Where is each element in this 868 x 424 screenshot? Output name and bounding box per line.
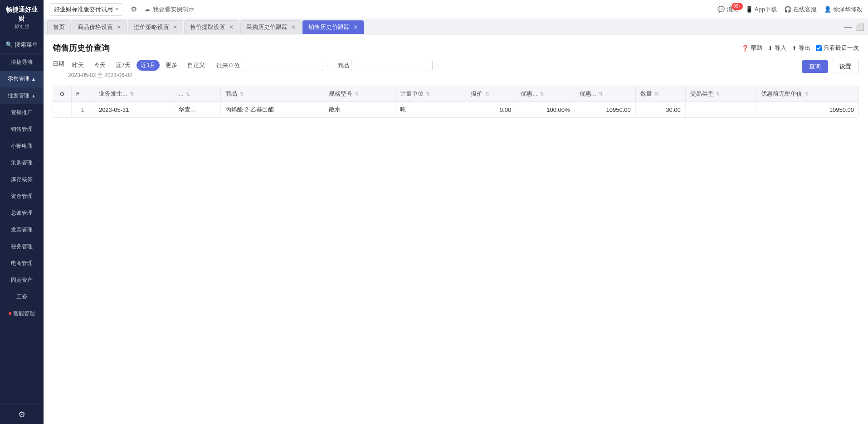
export-button[interactable]: ⬆ 导出 [792, 44, 810, 52]
wholesale-label: 批发管理 [8, 92, 29, 100]
tab-minimize-icon[interactable]: — [844, 23, 852, 31]
sidebar-item-general-ledger[interactable]: 总账管理 [0, 205, 44, 222]
filter-bar: 日期 昨天 今天 近7天 近1月 更多 自定义 2023-05-02 至 202… [53, 60, 859, 79]
tab-sales-history[interactable]: 销售历史价跟踪 ✕ [302, 20, 364, 34]
user-menu-button[interactable]: 👤 徐泽华修改 [824, 5, 863, 14]
product-more-btn[interactable]: ··· [434, 62, 439, 69]
tab-price-extract-close[interactable]: ✕ [229, 24, 234, 30]
import-button[interactable]: ⬇ 导入 [768, 44, 786, 52]
tab-price-extract[interactable]: 售价提取设置 ✕ [184, 20, 239, 34]
message-badge: 99+ [731, 3, 743, 10]
tab-product-price[interactable]: 商品价格设置 ✕ [72, 20, 127, 34]
sidebar-item-ecommerce[interactable]: 电商管理 [0, 255, 44, 272]
product-filter-label: 商品 [337, 62, 349, 70]
query-button[interactable]: 查询 [802, 60, 828, 73]
tab-sales-history-close[interactable]: ✕ [353, 24, 358, 30]
tab-purchase-history[interactable]: 采购历史价跟踪 ✕ [240, 20, 302, 34]
col-pretax-price[interactable]: 优惠前无税单价 ⇅ [756, 86, 858, 102]
tab-purchase-strategy-close[interactable]: ✕ [173, 24, 177, 30]
col-quote[interactable]: 报价 ⇅ [466, 86, 516, 102]
help-button[interactable]: ❓ 帮助 [741, 44, 762, 52]
cell-discount-pct: 100.00% [516, 102, 575, 118]
sidebar-item-finance[interactable]: 资金管理 [0, 188, 44, 205]
cell-seq: 1 [71, 102, 94, 118]
page-content: 销售历史价查询 ❓ 帮助 ⬇ 导入 ⬆ 导出 只看最后一次 [44, 35, 868, 424]
cell-unit: 吨 [395, 102, 466, 118]
tab-product-price-close[interactable]: ✕ [117, 24, 121, 30]
settings-button[interactable]: 设置 [832, 60, 859, 73]
col-extra[interactable]: ... ⇅ [174, 86, 220, 102]
import-icon: ⬇ [768, 45, 773, 52]
cell-discount-amt: 10950.00 [575, 102, 635, 118]
source-unit-filter: 往来单位 ··· [216, 60, 330, 71]
sidebar-item-invoice[interactable]: 发票管理 [0, 222, 44, 238]
product-select[interactable]: 好业财标准版交付试用 ▾ [49, 3, 123, 16]
cell-date: 2023-05-31 [94, 102, 174, 118]
last-only-checkbox[interactable]: 只看最后一次 [816, 44, 859, 52]
tab-maximize-icon[interactable]: ⬜ [855, 23, 864, 31]
sidebar-item-retail[interactable]: 零售管理 ▲ [0, 71, 44, 87]
cell-product: 丙烯酸-2-乙基己酯 [220, 102, 324, 118]
topbar: 好业财标准版交付试用 ▾ ⚙ ☁ 我要看实例演示 💬 消息 99+ 📱 App下… [44, 0, 868, 19]
sidebar-item-smart[interactable]: 智能管理 [0, 305, 44, 322]
col-trade-type[interactable]: 交易类型 ⇅ [685, 86, 756, 102]
message-button[interactable]: 💬 消息 99+ [717, 5, 738, 14]
tab-purchase-history-label: 采购历史价跟踪 [246, 23, 288, 31]
col-product[interactable]: 商品 ⇅ [220, 86, 324, 102]
date-custom-btn[interactable]: 自定义 [183, 60, 209, 71]
sidebar-item-marketing[interactable]: 营销推广 [0, 104, 44, 121]
logo-subtitle: 标准版 [4, 23, 40, 30]
fixed-assets-label: 固定资产 [11, 276, 33, 284]
sidebar-item-fixed-assets[interactable]: 固定资产 [0, 272, 44, 289]
source-unit-more-btn[interactable]: ··· [325, 62, 330, 69]
app-download-button[interactable]: 📱 App下载 [746, 5, 777, 14]
sidebar-item-tax[interactable]: 税务管理 [0, 238, 44, 255]
date-range-display: 2023-05-02 至 2023-06-02 [68, 72, 209, 79]
tab-purchase-strategy[interactable]: 进价策略设置 ✕ [128, 20, 183, 34]
col-qty[interactable]: 数量 ⇅ [635, 86, 685, 102]
col-discount-amt[interactable]: 优惠... ⇅ [575, 86, 635, 102]
sidebar-item-quicknav[interactable]: 快捷导航 [0, 54, 44, 71]
dropdown-arrow-icon: ▾ [116, 6, 118, 12]
page-header: 销售历史价查询 ❓ 帮助 ⬇ 导入 ⬆ 导出 只看最后一次 [53, 43, 859, 53]
date-last1month-btn[interactable]: 近1月 [137, 60, 160, 71]
sidebar: 畅捷通好业财 标准版 🔍 搜索菜单 快捷导航 零售管理 ▲ 批发管理 ▲ 营销推… [0, 0, 44, 424]
sidebar-search[interactable]: 🔍 搜索菜单 [0, 36, 44, 54]
demo-button[interactable]: ☁ 我要看实例演示 [144, 5, 194, 14]
table-row[interactable]: 1 2023-05-31 华查... 丙烯酸-2-乙基己酯 散水 吨 0.00 … [53, 102, 858, 118]
col-date[interactable]: 业务发生... ⇅ [94, 86, 174, 102]
tab-home[interactable]: 首页 [47, 20, 71, 34]
source-unit-input[interactable] [242, 60, 323, 71]
tab-price-extract-label: 售价提取设置 [190, 23, 225, 31]
topbar-settings-button[interactable]: ⚙ [129, 3, 139, 15]
col-spec[interactable]: 规格型号 ⇅ [324, 86, 395, 102]
product-input[interactable] [351, 60, 433, 71]
payroll-label: 工资 [16, 293, 27, 301]
date-today-btn[interactable]: 今天 [90, 60, 110, 71]
topbar-right: 💬 消息 99+ 📱 App下载 🎧 在线客服 👤 徐泽华修改 [717, 5, 863, 14]
online-service-button[interactable]: 🎧 在线客服 [784, 5, 817, 14]
date-yesterday-btn[interactable]: 昨天 [68, 60, 88, 71]
sidebar-item-inventory[interactable]: 库存核算 [0, 171, 44, 188]
tab-purchase-history-close[interactable]: ✕ [291, 24, 296, 30]
sidebar-item-purchase[interactable]: 采购管理 [0, 154, 44, 171]
sidebar-item-sales[interactable]: 销售管理 [0, 121, 44, 138]
product-select-label: 好业财标准版交付试用 [54, 5, 113, 14]
last-only-input[interactable] [816, 45, 822, 51]
page-title: 销售历史价查询 [53, 43, 110, 53]
sidebar-item-ecommerce-small[interactable]: 小畅电商 [0, 138, 44, 154]
col-unit[interactable]: 计量单位 ⇅ [395, 86, 466, 102]
date-more-btn[interactable]: 更多 [161, 60, 181, 71]
sidebar-settings-icon[interactable]: ⚙ [0, 405, 44, 424]
tab-purchase-strategy-label: 进价策略设置 [134, 23, 169, 31]
col-settings[interactable]: ⚙ [53, 86, 71, 102]
col-discount-pct[interactable]: 优惠... ⇅ [516, 86, 575, 102]
sidebar-item-wholesale[interactable]: 批发管理 ▲ [0, 87, 44, 104]
sidebar-item-payroll[interactable]: 工资 [0, 289, 44, 305]
app-logo: 畅捷通好业财 标准版 [0, 0, 44, 36]
date-last7-btn[interactable]: 近7天 [112, 60, 135, 71]
logo-title: 畅捷通好业财 [4, 5, 40, 23]
user-avatar-icon: 👤 [824, 6, 831, 13]
export-icon: ⬆ [792, 45, 797, 52]
tabbar: 首页 商品价格设置 ✕ 进价策略设置 ✕ 售价提取设置 ✕ 采购历史价跟踪 ✕ … [44, 19, 868, 35]
